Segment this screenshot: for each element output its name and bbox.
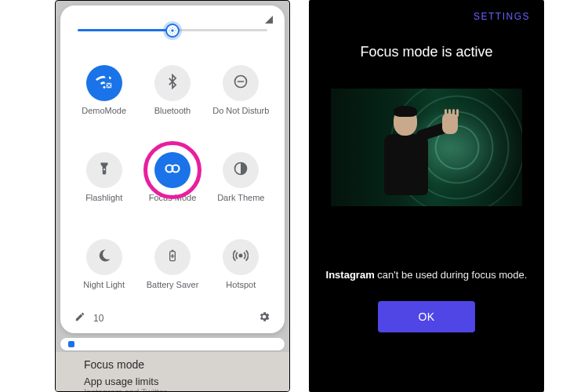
bluetooth-icon: [165, 74, 180, 93]
app-usage-limits-sub: Instagram and Twitter: [84, 387, 267, 392]
carousel-indicator-icon: [68, 341, 74, 347]
tile-button[interactable]: [223, 152, 259, 188]
tile-label: Battery Saver: [147, 280, 199, 289]
digital-wellbeing-background: Focus mode App usage limits Instagram an…: [56, 352, 289, 391]
tile-label: Bluetooth: [154, 106, 191, 115]
hotspot-icon: [233, 248, 249, 267]
svg-line-8: [174, 28, 175, 29]
tile-batterysaver[interactable]: Battery Saver: [147, 239, 199, 289]
battery-level-text: 10: [93, 313, 103, 324]
edit-icon[interactable]: [74, 311, 85, 325]
tile-nightlight[interactable]: Night Light: [83, 239, 125, 289]
flashlight-icon: [97, 162, 111, 179]
dnd-icon: [233, 74, 249, 93]
tile-label: Dark Theme: [217, 193, 264, 202]
svg-line-5: [169, 28, 170, 29]
svg-point-0: [171, 29, 173, 31]
svg-line-6: [174, 33, 175, 34]
brightness-slider[interactable]: [70, 16, 275, 43]
tile-label: Hotspot: [226, 280, 256, 289]
quick-settings-tiles: DemoMode Bluetooth: [70, 43, 275, 307]
focus-mode-title: Focus mode is active: [360, 44, 492, 60]
tile-darktheme[interactable]: Dark Theme: [217, 152, 264, 202]
notification-carousel[interactable]: [60, 338, 285, 350]
tile-button[interactable]: [86, 65, 122, 101]
settings-link[interactable]: SETTINGS: [474, 0, 544, 22]
quick-settings-panel: DemoMode Bluetooth: [60, 5, 285, 333]
wifi-off-icon: [96, 73, 113, 93]
battery-icon: [166, 248, 179, 267]
tile-label: Focus Mode: [149, 193, 197, 202]
focus-icon: [163, 159, 182, 181]
focus-mode-image: [331, 89, 522, 206]
tile-hotspot[interactable]: Hotspot: [223, 239, 259, 289]
tile-button[interactable]: [86, 152, 122, 188]
svg-point-19: [240, 254, 242, 256]
message-suffix: can't be used during focus mode.: [375, 269, 528, 281]
ok-button[interactable]: OK: [378, 301, 475, 332]
tile-demomode[interactable]: DemoMode: [82, 65, 126, 115]
tile-label: DemoMode: [82, 106, 126, 115]
slider-fill: [78, 29, 172, 31]
tile-button[interactable]: [223, 65, 259, 101]
svg-line-7: [169, 33, 170, 34]
quick-settings-footer: 10: [70, 307, 275, 327]
tile-label: Night Light: [83, 280, 125, 289]
darktheme-icon: [233, 161, 249, 180]
tile-bluetooth[interactable]: Bluetooth: [154, 65, 191, 115]
tile-button[interactable]: [154, 65, 191, 101]
tile-button[interactable]: [154, 152, 191, 188]
phone-left-quick-settings: DemoMode Bluetooth: [55, 0, 290, 392]
tile-flashlight[interactable]: Flashlight: [85, 152, 122, 202]
tile-focus-mode[interactable]: Focus Mode: [149, 152, 197, 202]
blocked-app-name: Instagram: [326, 269, 375, 281]
focus-mode-row-label[interactable]: Focus mode: [84, 358, 267, 371]
app-usage-limits-label[interactable]: App usage limits: [84, 376, 267, 387]
tile-button[interactable]: [223, 239, 259, 275]
slider-thumb[interactable]: [165, 24, 180, 38]
tile-dnd[interactable]: Do Not Disturb: [212, 65, 269, 115]
tile-label: Do Not Disturb: [212, 106, 269, 115]
focus-mode-message: Instagram can't be used during focus mod…: [310, 269, 543, 281]
tile-button[interactable]: [86, 239, 122, 275]
phone-right-focus-overlay: SETTINGS Focus mode is active Instagram …: [309, 0, 544, 392]
nightlight-icon: [96, 248, 112, 267]
tile-label: Flashlight: [85, 193, 122, 202]
gear-icon[interactable]: [258, 310, 270, 325]
tile-button[interactable]: [154, 239, 191, 275]
image-figure: [361, 103, 447, 197]
